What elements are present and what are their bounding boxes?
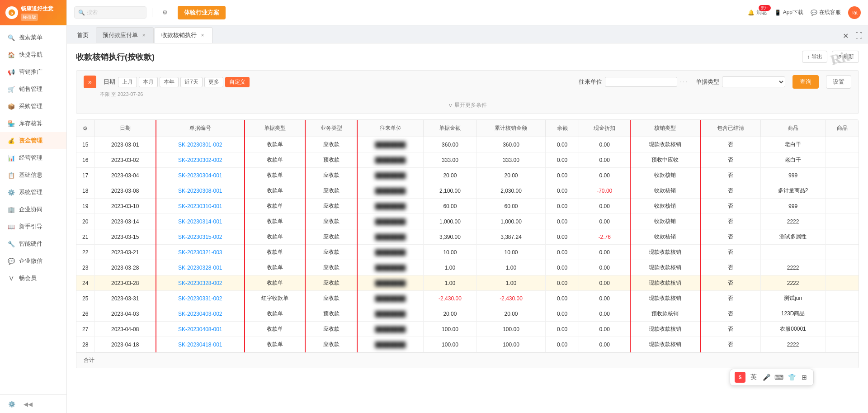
query-btn[interactable]: 查询 <box>793 75 819 89</box>
table-row[interactable]: 242023-03-28SK-20230328-002收款单应收款███████… <box>76 275 859 291</box>
cell-no: 21 <box>76 229 94 245</box>
voucher-no-link[interactable]: SK-20230308-001 <box>178 188 222 194</box>
cell-voucher-no[interactable]: SK-20230418-001 <box>156 337 245 352</box>
sidebar-item-basics[interactable]: 📋 基础信息 <box>0 166 66 184</box>
topbar-gear-btn[interactable]: ⚙ <box>158 5 172 20</box>
table-row[interactable]: 222023-03-21SK-20230321-003收款单应收款███████… <box>76 245 859 260</box>
voucher-no-link[interactable]: SK-20230302-002 <box>178 157 222 163</box>
sidebar-item-sales[interactable]: 🛒 销售管理 <box>0 81 66 98</box>
cell-cash-discount: -2.76 <box>579 229 631 245</box>
filter-expand-btn[interactable]: ∨ 展开更多条件 <box>84 101 851 109</box>
sidebar-item-hardware[interactable]: 🔧 智能硬件 <box>0 235 66 252</box>
col-settings[interactable]: ⚙ <box>76 120 94 137</box>
filter-date-custom[interactable]: 自定义 <box>225 77 250 87</box>
sidebar-item-finance[interactable]: 💰 资金管理 <box>0 132 66 149</box>
table-row[interactable]: 212023-03-15SK-20230315-002收款单应收款███████… <box>76 229 859 245</box>
filter-date-last-month[interactable]: 上月 <box>118 77 137 87</box>
cell-voucher-no[interactable]: SK-20230308-001 <box>156 183 245 199</box>
cell-voucher-no[interactable]: SK-20230321-003 <box>156 245 245 260</box>
voucher-no-link[interactable]: SK-20230328-002 <box>178 280 222 286</box>
table-row[interactable]: 262023-04-03SK-20230403-002收款单预收款███████… <box>76 306 859 322</box>
cell-voucher-no[interactable]: SK-20230408-001 <box>156 322 245 337</box>
filter-date-more[interactable]: 更多 <box>204 77 223 87</box>
voucher-no-link[interactable]: SK-20230418-001 <box>178 342 222 348</box>
voucher-no-link[interactable]: SK-20230331-002 <box>178 295 222 302</box>
topbar-search[interactable]: 🔍 搜索 <box>74 6 146 19</box>
voucher-no-link[interactable]: SK-20230301-002 <box>178 142 222 148</box>
ime-chinese-icon[interactable]: 英 <box>749 373 758 382</box>
cell-voucher-no[interactable]: SK-20230328-002 <box>156 275 245 291</box>
table-row[interactable]: 252023-03-31SK-20230331-002红字收款单应收款█████… <box>76 291 859 306</box>
table-row[interactable]: 202023-03-14SK-20230314-001收款单应收款███████… <box>76 214 859 229</box>
sidebar-item-marketing[interactable]: 📢 营销推广 <box>0 63 66 81</box>
cell-voucher-no[interactable]: SK-20230331-002 <box>156 291 245 306</box>
sidebar-item-member[interactable]: V 畅会员 <box>0 270 66 287</box>
tab-receipt-cancel[interactable]: 收款核销执行 × <box>155 27 212 43</box>
tab-prepay[interactable]: 预付款应付单 × <box>96 27 154 43</box>
voucher-no-link[interactable]: SK-20230328-001 <box>178 265 222 271</box>
cell-voucher-no[interactable]: SK-20230310-001 <box>156 199 245 214</box>
ime-tools-icon[interactable]: ⊞ <box>800 373 809 382</box>
voucher-no-link[interactable]: SK-20230310-001 <box>178 203 222 209</box>
export-btn[interactable]: ↑ 导出 <box>802 51 827 63</box>
filter-date-this-year[interactable]: 本年 <box>160 77 179 87</box>
filter-partner-input[interactable] <box>605 77 677 87</box>
cell-voucher-no[interactable]: SK-20230315-002 <box>156 229 245 245</box>
table-row[interactable]: 152023-03-01SK-20230301-002收款单应收款███████… <box>76 137 859 152</box>
sidebar-item-search-menu[interactable]: 🔍 搜索菜单 <box>0 29 66 46</box>
online-service-btn[interactable]: 💬 在线客服 <box>811 9 841 16</box>
filter-date-7days[interactable]: 近7天 <box>180 77 203 87</box>
tab-prepay-close[interactable]: × <box>141 32 147 38</box>
tab-home[interactable]: 首页 <box>71 28 95 43</box>
col-balance: 余额 <box>546 120 579 137</box>
sidebar-item-operations[interactable]: 📊 经营管理 <box>0 149 66 166</box>
voucher-no-link[interactable]: SK-20230408-001 <box>178 326 222 332</box>
user-avatar[interactable]: Rit <box>848 6 861 19</box>
ime-skin-icon[interactable]: 👕 <box>787 373 796 382</box>
sidebar-item-system[interactable]: ⚙️ 系统管理 <box>0 184 66 201</box>
sidebar-item-purchase[interactable]: 📦 采购管理 <box>0 98 66 115</box>
cell-goods2 <box>826 275 859 291</box>
cell-voucher-no[interactable]: SK-20230304-001 <box>156 168 245 183</box>
table-row[interactable]: 182023-03-08SK-20230308-001收款单应收款███████… <box>76 183 859 199</box>
table-row[interactable]: 172023-03-04SK-20230304-001收款单应收款███████… <box>76 168 859 183</box>
voucher-no-link[interactable]: SK-20230403-002 <box>178 311 222 317</box>
voucher-no-link[interactable]: SK-20230315-002 <box>178 234 222 240</box>
refresh-btn[interactable]: ↺ 刷新 <box>832 51 859 63</box>
table-row[interactable]: 192023-03-10SK-20230310-001收款单应收款███████… <box>76 199 859 214</box>
table-row[interactable]: 272023-04-08SK-20230408-001收款单应收款███████… <box>76 322 859 337</box>
voucher-no-link[interactable]: SK-20230304-001 <box>178 172 222 179</box>
filter-date-this-month[interactable]: 本月 <box>139 77 158 87</box>
sidebar-item-guide[interactable]: 📖 新手引导 <box>0 218 66 235</box>
filter-bar: » 日期 上月 本月 本年 近7天 更多 自定义 往来单位 <box>76 70 859 114</box>
table-scroll[interactable]: ⚙ 日期 单据编号 单据类型 业务类型 往来单位 单据金额 累计核销金额 余额 … <box>76 120 859 352</box>
tab-receipt-cancel-close[interactable]: × <box>199 32 206 38</box>
table-row[interactable]: 282023-04-18SK-20230418-001收款单应收款███████… <box>76 337 859 352</box>
table-row[interactable]: 232023-03-28SK-20230328-001收款单应收款███████… <box>76 260 859 275</box>
tab-expand-btn[interactable]: ⛶ <box>854 30 864 41</box>
cell-voucher-no[interactable]: SK-20230328-001 <box>156 260 245 275</box>
settings-bottom-icon[interactable]: ⚙️ <box>7 399 16 408</box>
sidebar-item-wechat[interactable]: 💬 企业微信 <box>0 252 66 270</box>
industry-solution-btn[interactable]: 体验行业方案 <box>178 6 226 19</box>
filter-toggle-btn[interactable]: » <box>84 76 96 88</box>
sidebar-item-inventory[interactable]: 🏪 库存核算 <box>0 115 66 132</box>
notification-btn[interactable]: 🔔 消息 99+ <box>748 9 767 16</box>
voucher-no-link[interactable]: SK-20230314-001 <box>178 218 222 225</box>
table-row[interactable]: 162023-03-02SK-20230302-002收款单预收款███████… <box>76 152 859 168</box>
cell-balance: 0.00 <box>546 245 579 260</box>
app-download-btn[interactable]: 📱 App下载 <box>774 9 803 16</box>
ime-voice-icon[interactable]: 🎤 <box>762 373 771 382</box>
sidebar-item-enterprise[interactable]: 🏢 企业协同 <box>0 201 66 218</box>
tab-close-all-btn[interactable]: ✕ <box>840 30 851 41</box>
cell-voucher-no[interactable]: SK-20230403-002 <box>156 306 245 322</box>
voucher-no-link[interactable]: SK-20230321-003 <box>178 249 222 256</box>
cell-voucher-no[interactable]: SK-20230301-002 <box>156 137 245 152</box>
filter-voucher-type-select[interactable] <box>722 76 785 87</box>
collapse-icon[interactable]: ◀◀ <box>24 399 33 408</box>
cell-voucher-no[interactable]: SK-20230302-002 <box>156 152 245 168</box>
sidebar-item-quick-nav[interactable]: 🏠 快捷导航 <box>0 46 66 63</box>
filter-settings-btn[interactable]: 设置 <box>826 75 851 89</box>
ime-keyboard-icon[interactable]: ⌨ <box>774 373 783 382</box>
cell-voucher-no[interactable]: SK-20230314-001 <box>156 214 245 229</box>
